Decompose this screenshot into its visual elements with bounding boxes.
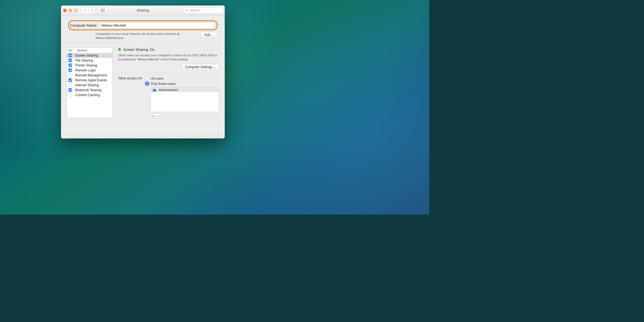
- radio-icon: [145, 82, 149, 86]
- help-button[interactable]: ?: [215, 131, 221, 136]
- chevron-right-icon: [91, 9, 93, 12]
- service-checkbox[interactable]: [68, 68, 72, 72]
- computer-name-highlight: Computer Name:: [68, 20, 218, 30]
- svg-rect-1: [102, 9, 102, 10]
- status-row: Screen Sharing: On: [118, 48, 219, 52]
- service-name: Remote Management: [75, 73, 107, 77]
- service-checkbox[interactable]: [68, 88, 72, 92]
- service-checkbox[interactable]: [68, 63, 72, 67]
- nav-segment: [81, 7, 96, 14]
- service-checkbox[interactable]: [68, 93, 72, 97]
- main-content: On Service Screen SharingFile SharingPri…: [61, 43, 225, 127]
- show-all-button[interactable]: [98, 7, 108, 13]
- users-list[interactable]: 👥Administrators: [151, 87, 219, 112]
- svg-rect-2: [103, 9, 104, 10]
- window-titlebar: Sharing Search: [61, 5, 225, 15]
- status-description: Other users can access your computer's s…: [118, 53, 219, 62]
- user-row[interactable]: 👥Administrators: [151, 88, 219, 92]
- divider: [118, 73, 219, 73]
- window-controls: [63, 9, 77, 12]
- svg-rect-10: [103, 11, 104, 12]
- service-row[interactable]: Bluetooth Sharing: [67, 88, 112, 93]
- radio-all-users[interactable]: All users: [145, 76, 176, 80]
- computer-name-hint: Computers on your local network can acce…: [96, 32, 180, 40]
- service-name: Screen Sharing: [75, 54, 98, 57]
- radio-icon: [145, 76, 149, 80]
- service-name: Printer Sharing: [75, 63, 97, 67]
- add-remove-buttons: + −: [151, 113, 219, 118]
- service-row[interactable]: Internet Sharing: [67, 83, 112, 88]
- svg-rect-0: [101, 9, 101, 10]
- search-icon: [185, 9, 188, 12]
- remove-user-button[interactable]: −: [156, 113, 162, 118]
- service-checkbox[interactable]: [68, 73, 72, 77]
- services-table[interactable]: On Service Screen SharingFile SharingPri…: [66, 48, 113, 118]
- service-name: File Sharing: [75, 59, 93, 62]
- svg-rect-8: [101, 11, 101, 12]
- service-checkbox[interactable]: [68, 59, 72, 62]
- services-header-on: On: [67, 48, 76, 53]
- add-user-button[interactable]: +: [151, 113, 156, 118]
- chevron-left-icon: [84, 9, 86, 12]
- svg-line-13: [187, 11, 188, 12]
- search-placeholder: Search: [190, 9, 200, 12]
- search-field[interactable]: Search: [183, 7, 223, 13]
- access-radio-group: All users Only these users:: [145, 76, 176, 86]
- status-label: Screen Sharing: On: [123, 48, 155, 52]
- service-name: Internet Sharing: [75, 83, 99, 87]
- service-row[interactable]: Screen Sharing: [67, 53, 112, 58]
- service-row[interactable]: Printer Sharing: [67, 63, 112, 68]
- svg-rect-6: [103, 10, 104, 11]
- service-row[interactable]: Remote Apple Events: [67, 78, 112, 83]
- access-label: Allow access for:: [118, 76, 143, 80]
- service-row[interactable]: Remote Login: [67, 68, 112, 73]
- access-row: Allow access for: All users Only these u…: [118, 76, 219, 86]
- service-checkbox[interactable]: [68, 83, 72, 87]
- radio-only-label: Only these users:: [151, 82, 176, 86]
- svg-rect-3: [104, 9, 105, 10]
- service-row[interactable]: File Sharing: [67, 58, 112, 63]
- close-window-button[interactable]: [63, 9, 66, 12]
- service-row[interactable]: Content Caching: [67, 93, 112, 98]
- radio-only-users[interactable]: Only these users:: [145, 82, 176, 86]
- forward-button[interactable]: [88, 7, 95, 13]
- svg-rect-9: [102, 11, 102, 12]
- hint-line1: Computers on your local network can acce…: [96, 32, 180, 35]
- computer-name-subrow: Computers on your local network can acce…: [68, 32, 218, 40]
- sharing-preferences-window: Sharing Search Computer Name: Computers …: [61, 5, 225, 138]
- service-checkbox[interactable]: [68, 78, 72, 82]
- service-name: Remote Login: [75, 68, 96, 72]
- svg-rect-7: [104, 10, 105, 11]
- service-checkbox[interactable]: [68, 54, 72, 57]
- radio-all-label: All users: [151, 77, 163, 80]
- service-name: Remote Apple Events: [75, 78, 107, 82]
- computer-settings-button[interactable]: Computer Settings…: [182, 64, 219, 70]
- minimize-window-button[interactable]: [69, 9, 72, 12]
- computer-name-section: Computer Name: Computers on your local n…: [61, 15, 225, 43]
- window-footer: ?: [61, 127, 225, 138]
- edit-hostname-button[interactable]: Edit…: [200, 32, 218, 38]
- svg-rect-5: [102, 10, 102, 11]
- svg-rect-11: [104, 11, 105, 12]
- zoom-window-button[interactable]: [74, 9, 77, 12]
- computer-name-label: Computer Name:: [70, 23, 97, 27]
- service-detail: Screen Sharing: On Other users can acces…: [118, 48, 219, 127]
- services-header: On Service: [67, 48, 112, 53]
- status-indicator-icon: [118, 48, 121, 51]
- back-button[interactable]: [81, 7, 88, 13]
- service-name: Bluetooth Sharing: [75, 88, 101, 92]
- svg-rect-4: [101, 10, 101, 11]
- computer-name-input[interactable]: [99, 22, 215, 28]
- hint-line2: Mellow-Mitchell.local: [96, 36, 123, 40]
- grid-icon: [101, 9, 105, 12]
- service-name: Content Caching: [75, 93, 100, 97]
- service-row[interactable]: Remote Management: [67, 73, 112, 78]
- services-header-service: Service: [76, 48, 112, 53]
- users-group-icon: 👥: [152, 88, 157, 92]
- user-name: Administrators: [159, 88, 178, 91]
